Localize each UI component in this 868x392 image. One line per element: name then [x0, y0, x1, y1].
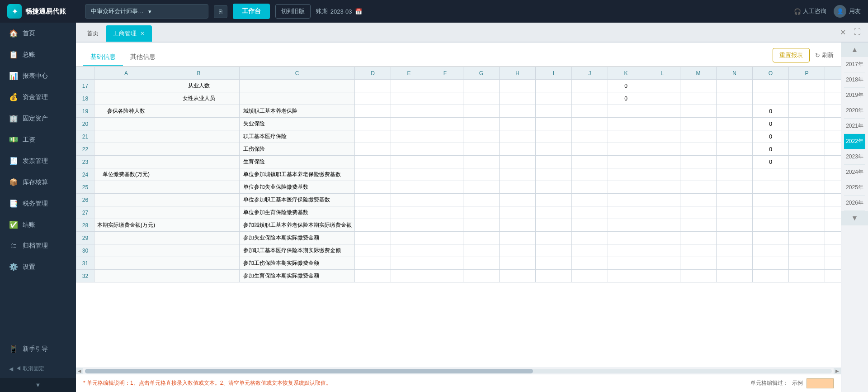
cell-col6-21[interactable]	[427, 130, 463, 143]
cell-col6-24[interactable]	[427, 168, 463, 181]
cell-c-22[interactable]: 工伤保险	[240, 143, 355, 156]
cell-col16-25[interactable]	[789, 181, 825, 194]
cell-col12-31[interactable]	[644, 257, 680, 270]
cell-col14-30[interactable]	[717, 244, 753, 257]
cell-col9-31[interactable]	[536, 257, 572, 270]
cell-col15-21[interactable]: 0	[753, 130, 789, 143]
cell-col10-24[interactable]	[572, 168, 608, 181]
cell-col8-19[interactable]	[500, 105, 536, 118]
cell-col12-17[interactable]	[644, 80, 680, 92]
year-item-2018年[interactable]: 2018年	[844, 72, 865, 88]
cell-col4-21[interactable]	[355, 130, 391, 143]
cell-a-32[interactable]	[94, 270, 158, 282]
cell-col6-30[interactable]	[427, 244, 463, 257]
sub-tab-basic[interactable]: 基础信息	[83, 49, 123, 66]
cell-b-18[interactable]: 女性从业人员	[158, 92, 240, 105]
cell-col7-25[interactable]	[463, 181, 500, 194]
cell-col13-30[interactable]	[680, 244, 717, 257]
cell-col5-19[interactable]	[391, 105, 427, 118]
cell-col13-18[interactable]	[680, 92, 717, 105]
cell-col4-19[interactable]	[355, 105, 391, 118]
cell-col15-29[interactable]	[753, 232, 789, 244]
cell-col12-18[interactable]	[644, 92, 680, 105]
cell-col15-25[interactable]	[753, 181, 789, 194]
cell-col8-27[interactable]	[500, 206, 536, 219]
cell-col11-32[interactable]	[608, 270, 644, 282]
cell-col6-20[interactable]	[427, 118, 463, 130]
cell-a-23[interactable]	[94, 156, 158, 168]
cell-col5-32[interactable]	[391, 270, 427, 282]
cell-col6-31[interactable]	[427, 257, 463, 270]
cell-col14-31[interactable]	[717, 257, 753, 270]
cell-a-19[interactable]: 参保各险种人数	[94, 105, 158, 118]
cell-col5-22[interactable]	[391, 143, 427, 156]
h-scroll-bar[interactable]: ◀ ▶	[76, 368, 841, 374]
cell-col4-28[interactable]	[355, 219, 391, 232]
cell-col11-22[interactable]	[608, 143, 644, 156]
cell-a-25[interactable]	[94, 181, 158, 194]
cell-b-21[interactable]	[158, 130, 240, 143]
cell-col11-27[interactable]	[608, 206, 644, 219]
cell-col15-18[interactable]	[753, 92, 789, 105]
cell-col13-26[interactable]	[680, 194, 717, 206]
cell-col17-20[interactable]	[825, 118, 841, 130]
cell-col8-18[interactable]	[500, 92, 536, 105]
cell-col9-18[interactable]	[536, 92, 572, 105]
cell-col9-22[interactable]	[536, 143, 572, 156]
cell-col13-23[interactable]	[680, 156, 717, 168]
cell-col10-31[interactable]	[572, 257, 608, 270]
year-item-2019年[interactable]: 2019年	[844, 88, 865, 103]
cell-col9-19[interactable]	[536, 105, 572, 118]
cell-col16-22[interactable]	[789, 143, 825, 156]
cell-col15-19[interactable]: 0	[753, 105, 789, 118]
cell-col10-32[interactable]	[572, 270, 608, 282]
cell-a-27[interactable]	[94, 206, 158, 219]
cell-a-28[interactable]: 本期实际缴费金额(万元)	[94, 219, 158, 232]
reset-report-button[interactable]: 重置报表	[773, 48, 810, 62]
sidebar-item-fixed-assets[interactable]: 🏢 固定资产	[0, 108, 76, 129]
cell-c-17[interactable]	[240, 80, 355, 92]
h-scroll-right-btn[interactable]: ▶	[834, 368, 841, 374]
cell-col4-24[interactable]	[355, 168, 391, 181]
cell-col15-22[interactable]: 0	[753, 143, 789, 156]
cell-col14-21[interactable]	[717, 130, 753, 143]
cell-c-24[interactable]: 单位参加城镇职工基本养老保险缴费基数	[240, 168, 355, 181]
cell-col6-17[interactable]	[427, 80, 463, 92]
cell-c-23[interactable]: 生育保险	[240, 156, 355, 168]
cell-col10-23[interactable]	[572, 156, 608, 168]
cell-col9-21[interactable]	[536, 130, 572, 143]
cell-col5-27[interactable]	[391, 206, 427, 219]
cell-col17-19[interactable]	[825, 105, 841, 118]
sidebar-item-capital[interactable]: 💰 资金管理	[0, 86, 76, 108]
cell-col9-26[interactable]	[536, 194, 572, 206]
cell-c-29[interactable]: 参加失业保险本期实际缴费金额	[240, 232, 355, 244]
cell-c-28[interactable]: 参加城镇职工基本养老保险本期实际缴费金额	[240, 219, 355, 232]
cell-col17-22[interactable]	[825, 143, 841, 156]
cell-b-27[interactable]	[158, 206, 240, 219]
cell-col9-27[interactable]	[536, 206, 572, 219]
cell-col8-25[interactable]	[500, 181, 536, 194]
year-nav-up[interactable]: ▲	[841, 43, 868, 57]
cell-col8-23[interactable]	[500, 156, 536, 168]
cell-col13-19[interactable]	[680, 105, 717, 118]
cell-col7-28[interactable]	[463, 219, 500, 232]
cell-col6-27[interactable]	[427, 206, 463, 219]
cell-col9-17[interactable]	[536, 80, 572, 92]
cell-col14-19[interactable]	[717, 105, 753, 118]
cell-col17-29[interactable]	[825, 232, 841, 244]
cell-b-19[interactable]	[158, 105, 240, 118]
cell-col8-32[interactable]	[500, 270, 536, 282]
cell-col17-21[interactable]	[825, 130, 841, 143]
cell-col16-28[interactable]	[789, 219, 825, 232]
calendar-icon[interactable]: 📅	[355, 8, 362, 15]
cell-col11-18[interactable]: 0	[608, 92, 644, 105]
sidebar-item-general-ledger[interactable]: 📋 总账	[0, 44, 76, 65]
cell-col16-19[interactable]	[789, 105, 825, 118]
cell-col7-17[interactable]	[463, 80, 500, 92]
cell-col12-20[interactable]	[644, 118, 680, 130]
cell-col4-30[interactable]	[355, 244, 391, 257]
cell-col8-30[interactable]	[500, 244, 536, 257]
cell-col12-28[interactable]	[644, 219, 680, 232]
cell-col8-22[interactable]	[500, 143, 536, 156]
cell-col7-22[interactable]	[463, 143, 500, 156]
